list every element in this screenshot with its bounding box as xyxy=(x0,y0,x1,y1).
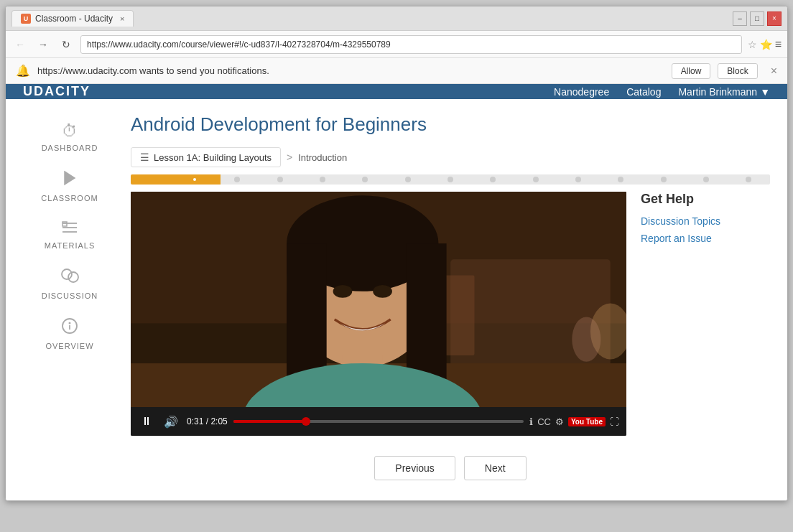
video-progress-bar[interactable] xyxy=(233,420,524,423)
content-area: ⏱ DASHBOARD CLASSROOM xyxy=(6,99,787,500)
notification-text: https://www.udacity.com wants to send yo… xyxy=(37,65,664,76)
svg-point-5 xyxy=(62,269,72,279)
progress-dot-15[interactable] xyxy=(746,177,751,182)
sidebar: ⏱ DASHBOARD CLASSROOM xyxy=(23,113,116,489)
video-progress-fill xyxy=(233,420,306,423)
svg-point-15 xyxy=(572,317,600,361)
address-icons: ☆ ⭐ ≡ xyxy=(748,38,782,51)
bottom-navigation: Previous Next xyxy=(131,447,770,489)
sidebar-label-materials: MATERIALS xyxy=(45,241,96,250)
previous-button[interactable]: Previous xyxy=(374,456,455,480)
progress-dot-5[interactable] xyxy=(320,177,325,182)
back-button[interactable]: ← xyxy=(11,36,29,53)
catalog-link[interactable]: Catalog xyxy=(626,86,661,98)
progress-dot-3[interactable] xyxy=(234,177,240,182)
progress-dot-9[interactable] xyxy=(490,177,496,182)
dashboard-icon: ⏱ xyxy=(62,122,78,141)
forward-button[interactable]: → xyxy=(34,36,52,53)
progress-dot-7[interactable] xyxy=(405,177,411,182)
nav-links: Nanodegree Catalog Martin Brinkmann ▼ xyxy=(554,86,770,98)
lesson-list-icon: ☰ xyxy=(140,151,149,163)
user-menu[interactable]: Martin Brinkmann ▼ xyxy=(678,86,770,98)
progress-dot-11[interactable] xyxy=(575,177,581,182)
sidebar-item-dashboard[interactable]: ⏱ DASHBOARD xyxy=(23,113,116,161)
progress-dot-2[interactable] xyxy=(192,177,198,182)
allow-button[interactable]: Allow xyxy=(672,63,711,79)
breadcrumb-separator: > xyxy=(287,151,292,163)
address-bar: ← → ↻ ☆ ⭐ ≡ xyxy=(6,31,787,58)
current-page-label: Introduction xyxy=(298,152,347,163)
svg-point-24 xyxy=(373,285,392,298)
overview-icon xyxy=(61,317,78,339)
sidebar-label-overview: OVERVIEW xyxy=(45,342,93,350)
video-controls: ⏸ 🔊 0:31 / 2:05 ℹ CC xyxy=(131,407,626,436)
progress-dot-12[interactable] xyxy=(618,177,623,182)
help-panel: Get Help Discussion Topics Report an Iss… xyxy=(641,192,770,436)
video-container: ⏸ 🔊 0:31 / 2:05 ℹ CC xyxy=(131,192,770,436)
user-name: Martin Brinkmann xyxy=(678,86,757,98)
report-issue-link[interactable]: Report an Issue xyxy=(641,233,770,244)
video-extra-controls: ℹ CC ⚙ You Tube ⛶ xyxy=(529,416,619,427)
sidebar-item-discussion[interactable]: DISCUSSION xyxy=(23,258,116,309)
svg-point-6 xyxy=(68,272,78,282)
discussion-topics-link[interactable]: Discussion Topics xyxy=(641,215,770,227)
block-button[interactable]: Block xyxy=(718,63,757,79)
progress-dot-1[interactable] xyxy=(149,177,155,182)
tab-area: U Classroom - Udacity × xyxy=(11,10,733,27)
maximize-button[interactable]: □ xyxy=(750,11,764,26)
cc-icon[interactable]: CC xyxy=(537,416,551,427)
classroom-icon xyxy=(61,169,78,191)
user-dropdown-icon: ▼ xyxy=(760,86,770,98)
sidebar-label-classroom: CLASSROOM xyxy=(41,194,98,202)
course-title: Android Development for Beginners xyxy=(131,113,770,136)
settings-icon[interactable]: ⚙ xyxy=(555,416,564,427)
video-player[interactable]: ⏸ 🔊 0:31 / 2:05 ℹ CC xyxy=(131,192,626,436)
progress-dot-13[interactable] xyxy=(661,177,667,182)
browser-tab[interactable]: U Classroom - Udacity × xyxy=(11,10,134,27)
menu-icon[interactable]: ≡ xyxy=(775,38,782,51)
pause-button[interactable]: ⏸ xyxy=(138,414,155,429)
nanodegree-link[interactable]: Nanodegree xyxy=(554,86,609,98)
progress-dot-10[interactable] xyxy=(533,177,539,182)
next-button[interactable]: Next xyxy=(464,456,527,480)
window-controls: – □ × xyxy=(733,11,782,26)
svg-point-23 xyxy=(333,285,353,298)
address-input[interactable] xyxy=(80,35,742,54)
sidebar-item-classroom[interactable]: CLASSROOM xyxy=(23,161,116,211)
fullscreen-icon[interactable]: ⛶ xyxy=(610,416,619,427)
sidebar-label-dashboard: DASHBOARD xyxy=(42,144,98,152)
progress-dot-6[interactable] xyxy=(362,177,368,182)
notification-close-button[interactable]: × xyxy=(771,65,777,78)
svg-rect-4 xyxy=(62,222,67,226)
sidebar-item-materials[interactable]: MATERIALS xyxy=(23,211,116,258)
sidebar-label-discussion: DISCUSSION xyxy=(42,291,98,300)
star-icon[interactable]: ⭐ xyxy=(760,39,772,50)
progress-dot-8[interactable] xyxy=(447,177,453,182)
volume-button[interactable]: 🔊 xyxy=(161,414,181,430)
video-thumbnail xyxy=(131,192,626,407)
udacity-logo: UDACITY xyxy=(23,84,554,99)
discussion-icon xyxy=(60,267,79,289)
notification-bar: 🔔 https://www.udacity.com wants to send … xyxy=(6,58,787,84)
close-button[interactable]: × xyxy=(767,11,782,26)
refresh-button[interactable]: ↻ xyxy=(57,36,75,53)
progress-dot-4[interactable] xyxy=(277,177,283,182)
browser-window: U Classroom - Udacity × – □ × ← → ↻ ☆ ⭐ … xyxy=(5,6,788,501)
browser-content: UDACITY Nanodegree Catalog Martin Brinkm… xyxy=(6,84,787,500)
lesson-button[interactable]: ☰ Lesson 1A: Building Layouts xyxy=(131,147,281,167)
udacity-navbar: UDACITY Nanodegree Catalog Martin Brinkm… xyxy=(6,84,787,99)
help-title: Get Help xyxy=(641,192,770,207)
title-bar: U Classroom - Udacity × – □ × xyxy=(6,6,787,31)
info-icon[interactable]: ℹ xyxy=(529,416,533,427)
materials-icon xyxy=(61,220,78,238)
progress-dot-14[interactable] xyxy=(703,177,709,182)
video-time: 0:31 / 2:05 xyxy=(187,416,228,426)
video-progress-handle[interactable] xyxy=(302,417,310,426)
tab-favicon: U xyxy=(21,14,31,24)
main-content: Android Development for Beginners ☰ Less… xyxy=(131,113,770,489)
lesson-title: Lesson 1A: Building Layouts xyxy=(154,152,272,163)
bookmark-icon[interactable]: ☆ xyxy=(748,39,757,50)
sidebar-item-overview[interactable]: OVERVIEW xyxy=(23,309,116,359)
minimize-button[interactable]: – xyxy=(733,11,747,26)
tab-close-btn[interactable]: × xyxy=(120,14,124,23)
